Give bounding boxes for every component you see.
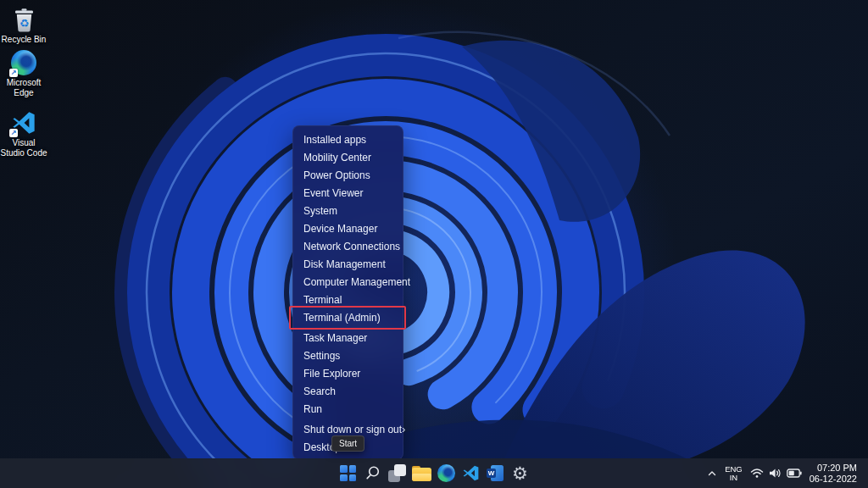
edge-button[interactable] xyxy=(435,462,458,485)
menu-item-label: File Explorer xyxy=(303,368,360,380)
menu-item-label: Shut down or sign out xyxy=(303,424,402,435)
menu-item[interactable]: Disk Management xyxy=(293,255,403,273)
word-button[interactable]: W xyxy=(484,462,507,485)
menu-item[interactable]: Run xyxy=(293,400,403,418)
language-line2: IN xyxy=(725,474,743,482)
menu-item[interactable]: Installed apps xyxy=(293,130,403,148)
desktop-screen: ♻ Recycle Bin ↗ Microsoft Edge ↗ Visual … xyxy=(0,0,868,488)
tray-status-icons[interactable] xyxy=(750,468,802,479)
task-view-button[interactable] xyxy=(386,462,409,485)
edge-icon xyxy=(437,464,455,482)
taskbar: W ⚙ ENG IN xyxy=(0,458,868,488)
folder-icon xyxy=(412,466,431,481)
menu-item[interactable]: Search xyxy=(293,382,403,400)
menu-item[interactable]: Power Options xyxy=(293,166,403,184)
desktop-icon-label: Recycle Bin xyxy=(2,35,47,45)
desktop-icon-label: Microsoft Edge xyxy=(0,78,48,97)
word-icon: W xyxy=(487,464,504,482)
svg-text:♻: ♻ xyxy=(19,16,29,29)
clock-time: 07:20 PM xyxy=(810,463,857,474)
menu-item[interactable]: Network Connections xyxy=(293,237,403,255)
menu-item-label: System xyxy=(303,205,337,217)
taskbar-center-buttons: W ⚙ xyxy=(337,458,531,488)
vscode-icon xyxy=(462,464,480,482)
settings-button[interactable]: ⚙ xyxy=(509,462,531,485)
file-explorer-button[interactable] xyxy=(410,462,433,485)
gear-icon: ⚙ xyxy=(512,464,528,482)
start-button[interactable] xyxy=(337,462,359,485)
vscode-icon: ↗ xyxy=(10,109,37,136)
menu-item-label: Network Connections xyxy=(303,241,400,252)
menu-item-label: Mobility Center xyxy=(303,152,371,164)
system-tray: ENG IN xyxy=(707,458,868,488)
menu-item[interactable]: Computer Management xyxy=(293,273,403,291)
edge-icon: ↗ xyxy=(10,49,37,76)
shortcut-arrow-icon: ↗ xyxy=(9,69,18,77)
recycle-bin-icon: ♻ xyxy=(10,6,37,33)
menu-item-label: Run xyxy=(303,403,322,415)
wifi-icon xyxy=(750,468,764,479)
desktop-icon-label: Visual Studio Code xyxy=(0,138,48,158)
menu-item[interactable]: System xyxy=(293,202,403,219)
shortcut-arrow-icon: ↗ xyxy=(9,129,18,137)
search-icon xyxy=(364,465,381,481)
submenu-chevron-icon: › xyxy=(402,424,405,435)
vscode-button[interactable] xyxy=(459,462,482,485)
chevron-up-icon xyxy=(707,469,717,479)
start-tooltip: Start xyxy=(331,435,364,452)
menu-item-label: Device Manager xyxy=(303,223,377,235)
desktop-icon-microsoft-edge[interactable]: ↗ Microsoft Edge xyxy=(0,49,48,97)
clock[interactable]: 07:20 PM 06-12-2022 xyxy=(810,463,857,485)
bloom-wallpaper-art xyxy=(0,0,868,488)
menu-item[interactable]: Settings xyxy=(293,347,403,364)
desktop-icon-visual-studio-code[interactable]: ↗ Visual Studio Code xyxy=(0,109,48,158)
menu-item[interactable]: Mobility Center xyxy=(293,148,403,166)
speaker-icon xyxy=(769,468,782,479)
menu-item-label: Search xyxy=(303,385,336,397)
annotation-highlight-box xyxy=(289,306,406,330)
menu-item-label: Disk Management xyxy=(303,258,386,270)
desktop-icon-recycle-bin[interactable]: ♻ Recycle Bin xyxy=(0,6,48,45)
language-line1: ENG xyxy=(725,465,743,474)
wallpaper xyxy=(0,0,868,488)
menu-item-label: Terminal xyxy=(303,294,342,306)
task-view-icon xyxy=(388,464,406,482)
windows-start-icon xyxy=(340,465,356,481)
search-button[interactable] xyxy=(361,462,384,485)
word-letter: W xyxy=(487,469,496,478)
start-tooltip-text: Start xyxy=(339,439,357,448)
clock-date: 06-12-2022 xyxy=(810,474,857,485)
menu-item-label: Settings xyxy=(303,350,340,362)
tray-chevron-button[interactable] xyxy=(707,469,717,479)
language-indicator[interactable]: ENG IN xyxy=(725,465,743,482)
menu-item-label: Event Viewer xyxy=(303,187,363,199)
menu-item[interactable]: Event Viewer xyxy=(293,184,403,202)
menu-item-label: Computer Management xyxy=(303,276,410,288)
battery-icon xyxy=(787,469,802,478)
menu-item-label: Task Manager xyxy=(303,332,367,344)
menu-item[interactable]: File Explorer xyxy=(293,364,403,382)
menu-item-label: Power Options xyxy=(303,169,370,181)
menu-item-label: Installed apps xyxy=(303,134,366,146)
menu-item[interactable]: Task Manager xyxy=(293,329,403,347)
menu-item[interactable]: Device Manager xyxy=(293,219,403,237)
winx-menu: Installed apps Mobility Center Power Opt… xyxy=(292,125,403,460)
